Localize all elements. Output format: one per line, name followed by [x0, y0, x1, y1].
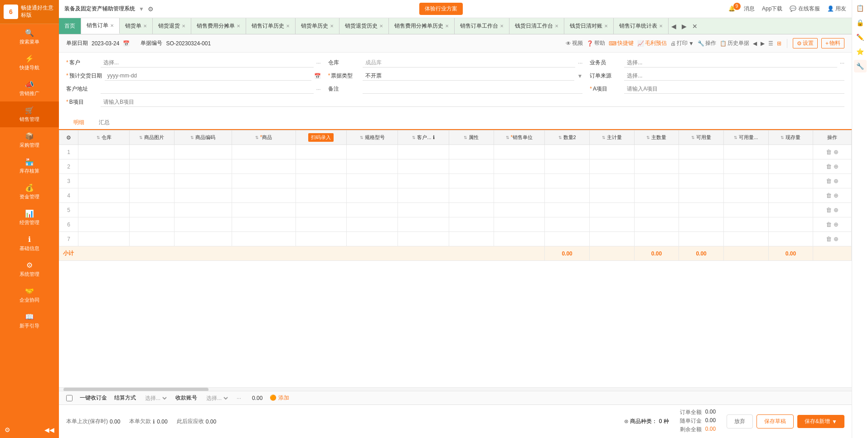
row-code-2[interactable]: [174, 159, 232, 174]
row-product-6[interactable]: [232, 217, 296, 232]
one-click-checkbox[interactable]: [66, 395, 73, 401]
discard-button[interactable]: 放弃: [727, 414, 753, 428]
help-btn[interactable]: ❓ 帮助: [587, 39, 605, 47]
row-available-4[interactable]: [679, 188, 724, 203]
row-attr-1[interactable]: [449, 145, 494, 159]
print-btn[interactable]: 🖨 打印 ▼: [670, 39, 694, 47]
right-icon-lock[interactable]: 🔒: [854, 16, 867, 29]
operation-btn[interactable]: 🔧 操作: [698, 39, 716, 47]
sidebar-item-销售管理[interactable]: 🛒销售管理: [0, 101, 59, 127]
row-scan-7[interactable]: [296, 232, 347, 246]
expand-btn[interactable]: ⊞: [777, 40, 781, 47]
row-warehouse-4[interactable]: [78, 188, 130, 203]
row-scan-1[interactable]: [296, 145, 347, 159]
tab-4[interactable]: 销售费用分摊单✕: [191, 18, 246, 34]
tab-next-btn[interactable]: ▶: [679, 18, 689, 34]
scan-button[interactable]: 扫码录入: [308, 133, 334, 142]
online-service-link[interactable]: 💬 在线客服: [790, 5, 820, 13]
message-area[interactable]: 🔔9 消息: [728, 5, 755, 13]
invoice-dropdown-icon[interactable]: ▼: [577, 73, 582, 79]
tab-0[interactable]: 首页: [59, 18, 81, 34]
tab-5[interactable]: 销售订单历史✕: [246, 18, 296, 34]
dropdown-icon[interactable]: ▼: [139, 6, 144, 12]
row-code-5[interactable]: [174, 203, 232, 217]
detail-tab-1[interactable]: 汇总: [92, 116, 117, 129]
row-warehouse-6[interactable]: [78, 217, 130, 232]
row-main-unit-7[interactable]: [589, 232, 634, 246]
copy-icon-1[interactable]: ⊕: [834, 149, 839, 155]
row-available-2[interactable]: [679, 159, 724, 174]
row-spec-7[interactable]: [347, 232, 398, 246]
row-image-6[interactable]: [130, 217, 175, 232]
date-value[interactable]: 2023-03-24: [92, 40, 119, 47]
row-cust-code-3[interactable]: [398, 174, 449, 188]
row-available-7[interactable]: [679, 232, 724, 246]
save-draft-button[interactable]: 保存草稿: [756, 414, 794, 428]
memo-input[interactable]: [363, 84, 583, 94]
chevron-down-icon[interactable]: ▼: [832, 419, 837, 425]
sidebar-item-快捷导航[interactable]: ⚡快捷导航: [0, 50, 59, 76]
row-spec-4[interactable]: [347, 188, 398, 203]
app-download-link[interactable]: App下载: [762, 5, 782, 13]
row-image-2[interactable]: [130, 159, 175, 174]
row-unit-5[interactable]: [494, 203, 545, 217]
tab-12[interactable]: 销售订单统计表✕: [614, 18, 669, 34]
row-unit-2[interactable]: [494, 159, 545, 174]
delete-icon-1[interactable]: 🗑: [826, 149, 832, 155]
col-gear[interactable]: ⚙: [59, 130, 78, 145]
row-qty2-5[interactable]: [545, 203, 590, 217]
row-product-1[interactable]: [232, 145, 296, 159]
right-icon-pencil[interactable]: ✏️: [854, 31, 867, 43]
row-stock-2[interactable]: [768, 159, 813, 174]
row-scan-6[interactable]: [296, 217, 347, 232]
tab-close-8[interactable]: ✕: [445, 24, 449, 29]
delete-icon-4[interactable]: 🗑: [826, 192, 832, 199]
copy-icon-6[interactable]: ⊕: [834, 221, 839, 228]
shortcut-btn[interactable]: ⌨ 快捷键: [609, 39, 634, 47]
row-main-unit-1[interactable]: [589, 145, 634, 159]
sidebar-item-基础信息[interactable]: ℹ基础信息: [0, 231, 59, 256]
row-available2-1[interactable]: [723, 145, 768, 159]
sidebar-item-系统管理[interactable]: ⚙系统管理: [0, 256, 59, 282]
settings-panel-btn[interactable]: ⚙ 设置: [793, 38, 818, 48]
sidebar-item-企业协同[interactable]: 🤝企业协同: [0, 282, 59, 308]
salesperson-more[interactable]: ···: [840, 60, 844, 66]
row-image-1[interactable]: [130, 145, 175, 159]
row-stock-6[interactable]: [768, 217, 813, 232]
row-cust-code-5[interactable]: [398, 203, 449, 217]
number-value[interactable]: SO-20230324-001: [166, 40, 211, 47]
row-attr-7[interactable]: [449, 232, 494, 246]
profit-btn[interactable]: 📈 毛利预估: [637, 39, 667, 47]
delete-icon-6[interactable]: 🗑: [826, 221, 832, 228]
row-unit-4[interactable]: [494, 188, 545, 203]
settings-icon[interactable]: ⚙: [5, 426, 10, 433]
right-icon-clipboard[interactable]: 📋: [854, 2, 867, 14]
row-main-qty-5[interactable]: [634, 203, 679, 217]
row-main-qty-6[interactable]: [634, 217, 679, 232]
add-material-btn[interactable]: + 物料: [821, 38, 844, 48]
row-code-6[interactable]: [174, 217, 232, 232]
delivery-input[interactable]: [105, 71, 311, 81]
row-main-unit-5[interactable]: [589, 203, 634, 217]
tab-prev-btn[interactable]: ◀: [669, 18, 679, 34]
row-scan-3[interactable]: [296, 174, 347, 188]
row-attr-5[interactable]: [449, 203, 494, 217]
copy-icon-7[interactable]: ⊕: [834, 236, 839, 242]
row-warehouse-3[interactable]: [78, 174, 130, 188]
tab-2[interactable]: 销货单✕: [120, 18, 153, 34]
row-main-qty-4[interactable]: [634, 188, 679, 203]
row-available2-5[interactable]: [723, 203, 768, 217]
row-attr-3[interactable]: [449, 174, 494, 188]
copy-icon-5[interactable]: ⊕: [834, 207, 839, 213]
row-spec-3[interactable]: [347, 174, 398, 188]
row-main-qty-1[interactable]: [634, 145, 679, 159]
payment-select[interactable]: 选择...: [143, 395, 168, 402]
delete-icon-3[interactable]: 🗑: [826, 178, 832, 184]
address-input[interactable]: [101, 84, 314, 94]
row-cust-code-4[interactable]: [398, 188, 449, 203]
row-qty2-6[interactable]: [545, 217, 590, 232]
row-warehouse-2[interactable]: [78, 159, 130, 174]
row-available-6[interactable]: [679, 217, 724, 232]
row-available2-3[interactable]: [723, 174, 768, 188]
tab-close-2[interactable]: ✕: [143, 24, 147, 29]
